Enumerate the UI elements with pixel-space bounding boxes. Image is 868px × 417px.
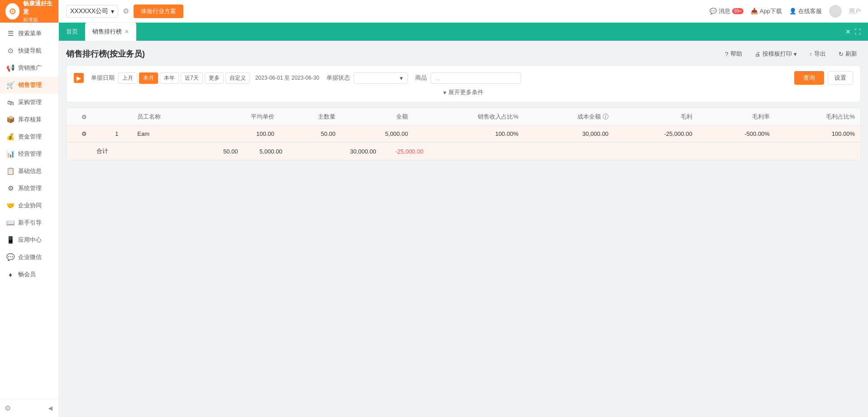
vip-icon: ♦ (6, 271, 14, 278)
table-header-row: ⚙ 员工名称 平均单价 主数量 全额 销售收入占比% 成本全额 ⓘ 毛利 毛利率… (67, 108, 860, 126)
sidebar-item-vip[interactable]: ♦ 畅会员 (0, 266, 58, 283)
tab-controls: ✕ ⛶ (845, 28, 868, 35)
row-qty: 50.00 (280, 126, 341, 142)
page-actions: ? 帮助 🖨 按模板打印 ▾ ↑ 导出 ↻ 刷新 (721, 48, 861, 60)
online-service-button[interactable]: 👤 在线客服 (789, 7, 822, 15)
date-btn-custom[interactable]: 自定义 (225, 72, 250, 84)
date-btn-this-year[interactable]: 本年 (160, 72, 179, 84)
col-settings[interactable]: ⚙ (67, 108, 101, 126)
status-filter: 单据状态 ▾ (326, 72, 408, 84)
help-icon: ? (725, 51, 728, 58)
filter-action-buttons: 查询 设置 (794, 71, 853, 85)
company-selector[interactable]: XXXXXX公司 ▾ (66, 5, 118, 18)
tab-home[interactable]: 首页 (59, 23, 85, 41)
date-btn-last-7days[interactable]: 近7天 (181, 72, 203, 84)
sidebar-item-quick-nav[interactable]: ⊙ 快捷导航 (0, 42, 58, 59)
sidebar-settings-icon[interactable]: ⚙ (5, 404, 11, 412)
tab-close-all-icon[interactable]: ✕ (845, 28, 851, 35)
sidebar-item-system-mgmt[interactable]: ⚙ 系统管理 (0, 180, 58, 197)
trial-button[interactable]: 体验行业方案 (134, 5, 183, 18)
chevron-down-icon: ▾ (443, 89, 446, 96)
logo-icon: ⊙ (5, 3, 19, 19)
date-buttons: 上月 本月 本年 近7天 更多 自定义 (118, 72, 250, 84)
topbar-settings-icon[interactable]: ⚙ (123, 7, 129, 15)
sidebar-logo: ⊙ 畅康通好生意 标准版 (0, 0, 58, 23)
enterprise-wechat-icon: 💬 (6, 253, 14, 261)
refresh-button[interactable]: ↻ 刷新 (835, 48, 861, 60)
app-download-button[interactable]: 📥 App下载 (751, 7, 782, 15)
marketing-icon: 📢 (6, 64, 14, 72)
help-button[interactable]: ? 帮助 (721, 48, 745, 60)
capital-mgmt-icon: 💰 (6, 133, 14, 141)
row-sales-ratio: 100.00% (413, 126, 524, 142)
sidebar-item-newbie-guide[interactable]: 📖 新手引导 (0, 214, 58, 231)
main-content: 销售排行榜(按业务员) ? 帮助 🖨 按模板打印 ▾ ↑ 导出 ↻ 刷新 (59, 41, 868, 417)
date-btn-more[interactable]: 更多 (205, 72, 224, 84)
tab-sales-ranking[interactable]: 销售排行榜 ✕ (85, 23, 136, 41)
print-icon: 🖨 (755, 51, 761, 58)
footer-label: 合计 (91, 147, 127, 155)
sidebar-collapse-icon[interactable]: ◄ (47, 404, 54, 412)
col-gross-margin: 毛利率 (698, 108, 775, 126)
basic-info-icon: 📋 (6, 167, 14, 175)
footer-amount: 5,000.00 (254, 148, 299, 155)
row-settings[interactable]: ⚙ (67, 126, 101, 142)
col-rank (101, 108, 132, 126)
table-footer: 合计 50.00 5,000.00 30,000.00 -25,000.00 (67, 142, 860, 160)
expand-more-button[interactable]: ▾ 展开更多条件 (74, 88, 853, 96)
sidebar-item-enterprise-collab[interactable]: 🤝 企业协同 (0, 197, 58, 214)
user-avatar[interactable] (829, 5, 842, 18)
sidebar-item-enterprise-wechat[interactable]: 💬 企业微信 (0, 249, 58, 266)
sidebar-item-operation-mgmt[interactable]: 📊 经营管理 (0, 145, 58, 163)
col-sales-ratio: 销售收入占比% (413, 108, 524, 126)
sidebar-item-search-orders[interactable]: ☰ 搜索菜单 (0, 25, 58, 42)
chevron-down-icon: ▾ (400, 75, 403, 81)
tab-close-icon[interactable]: ✕ (125, 29, 129, 35)
table-container: ⚙ 员工名称 平均单价 主数量 全额 销售收入占比% 成本全额 ⓘ 毛利 毛利率… (66, 108, 861, 160)
topbar-left: XXXXXX公司 ▾ ⚙ 体验行业方案 (66, 5, 183, 18)
query-button[interactable]: 查询 (794, 71, 824, 85)
page-header: 销售排行榜(按业务员) ? 帮助 🖨 按模板打印 ▾ ↑ 导出 ↻ 刷新 (66, 48, 861, 60)
operation-mgmt-icon: 📊 (6, 150, 14, 158)
page-title: 销售排行榜(按业务员) (66, 48, 145, 59)
sidebar-item-sales-mgmt[interactable]: 🛒 销售管理 (0, 77, 58, 94)
date-btn-this-month[interactable]: 本月 (139, 72, 158, 84)
col-profit-ratio: 毛利占比% (775, 108, 860, 126)
filter-collapse-btn[interactable]: ▶ (74, 73, 84, 83)
col-cost-amount: 成本全额 ⓘ (524, 108, 614, 126)
sidebar-item-capital-mgmt[interactable]: 💰 资金管理 (0, 128, 58, 145)
sidebar-item-inventory[interactable]: 📦 库存核算 (0, 111, 58, 128)
goods-input[interactable]: ... (431, 72, 521, 84)
col-name: 员工名称 (132, 108, 206, 126)
col-amount: 全额 (341, 108, 413, 126)
topbar: XXXXXX公司 ▾ ⚙ 体验行业方案 💬 消息 99+ 📥 App下载 👤 在… (59, 0, 868, 23)
sidebar-bottom: ⚙ ◄ (0, 399, 58, 417)
footer-qty: 50.00 (218, 148, 254, 155)
service-icon: 👤 (789, 8, 796, 14)
export-button[interactable]: ↑ 导出 (806, 48, 830, 60)
goods-label: 商品 (415, 74, 427, 82)
sidebar-nav: ☰ 搜索菜单 ⊙ 快捷导航 📢 营销推广 🛒 销售管理 🛍 采购管理 📦 库存核… (0, 23, 58, 399)
sidebar-item-marketing[interactable]: 📢 营销推广 (0, 59, 58, 77)
date-range-text: 2023-06-01 至 2023-06-30 (255, 74, 319, 82)
export-icon: ↑ (810, 51, 813, 58)
status-label: 单据状态 (326, 74, 350, 82)
tab-expand-icon[interactable]: ⛶ (854, 28, 861, 35)
message-button[interactable]: 💬 消息 99+ (710, 7, 743, 15)
footer-cost-amount: 30,000.00 (345, 148, 390, 155)
row-gross-profit: -25,000.00 (614, 126, 698, 142)
filter-row-1: ▶ 单据日期 上月 本月 本年 近7天 更多 自定义 2023-06-01 至 … (74, 71, 853, 85)
sidebar-item-basic-info[interactable]: 📋 基础信息 (0, 163, 58, 180)
newbie-guide-icon: 📖 (6, 219, 14, 227)
settings-small-button[interactable]: 设置 (828, 71, 853, 85)
data-table: ⚙ 员工名称 平均单价 主数量 全额 销售收入占比% 成本全额 ⓘ 毛利 毛利率… (67, 108, 860, 142)
date-filter: 单据日期 上月 本月 本年 近7天 更多 自定义 2023-06-01 至 20… (91, 72, 319, 84)
row-cost-amount: 30,000.00 (524, 126, 614, 142)
user-name-text: 用户 (849, 7, 861, 15)
sidebar-item-app-center[interactable]: 📱 应用中心 (0, 231, 58, 249)
sidebar-item-purchase-mgmt[interactable]: 🛍 采购管理 (0, 94, 58, 111)
date-btn-last-month[interactable]: 上月 (118, 72, 137, 84)
filter-panel: ▶ 单据日期 上月 本月 本年 近7天 更多 自定义 2023-06-01 至 … (66, 65, 861, 102)
print-button[interactable]: 🖨 按模板打印 ▾ (751, 48, 801, 60)
status-select[interactable]: ▾ (354, 72, 408, 84)
